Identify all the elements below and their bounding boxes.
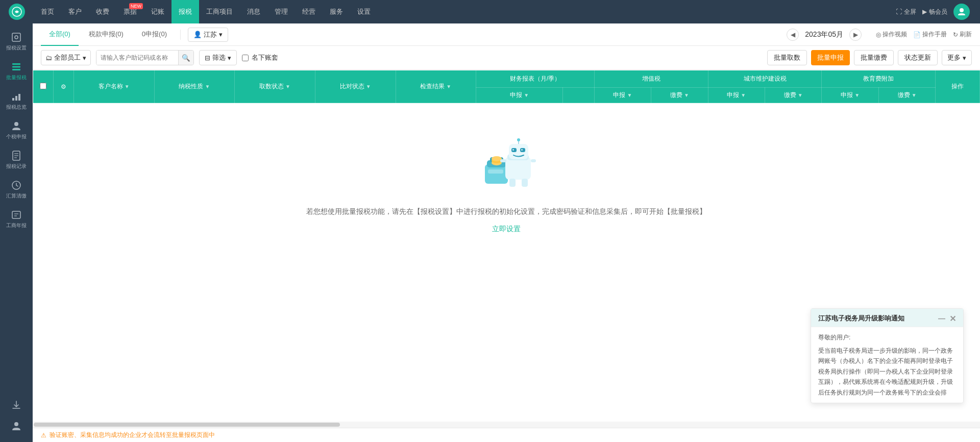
- state-update-button[interactable]: 状态更新: [898, 50, 938, 65]
- annual-report-icon: [11, 209, 22, 220]
- nav-home[interactable]: 首页: [34, 0, 61, 23]
- sidebar-item-personal-tax[interactable]: 个税申报: [1, 116, 32, 144]
- sort-icon: ▼: [366, 84, 371, 89]
- svg-point-26: [492, 156, 502, 161]
- nav-fee[interactable]: 收费: [89, 0, 116, 23]
- month-nav: ◀ 2023年05月 ▶: [787, 29, 862, 41]
- member-button[interactable]: ▶ 畅会员: [922, 8, 947, 16]
- nav-right: ⛶ 全屏 ▶ 畅会员: [896, 4, 970, 20]
- notification-header: 江苏电子税务局升级影响通知 — ✕: [811, 309, 963, 327]
- more-chevron-icon: ▾: [963, 54, 966, 62]
- notification-title: 江苏电子税务局升级影响通知: [818, 314, 904, 323]
- nav-client[interactable]: 客户: [61, 0, 89, 23]
- nav-manage[interactable]: 管理: [267, 0, 295, 23]
- filter-chevron-icon: ▾: [228, 54, 231, 62]
- tab-tax-declare[interactable]: 税款申报(0): [81, 23, 132, 46]
- sort-icon: ▼: [912, 92, 917, 98]
- sidebar-download[interactable]: [1, 395, 32, 414]
- tab-zero-declare[interactable]: 0申报(0): [134, 23, 175, 46]
- logo[interactable]: [5, 0, 29, 23]
- sidebar-item-tax-settings[interactable]: 报税设置: [1, 28, 32, 55]
- sort-icon: ▼: [446, 84, 451, 89]
- fullscreen-button[interactable]: ⛶ 全屏: [896, 8, 916, 16]
- region-selector[interactable]: 👤 江苏 ▾: [188, 28, 228, 42]
- select-all-checkbox[interactable]: [40, 83, 46, 89]
- svg-rect-9: [18, 94, 20, 101]
- account-checkbox-label[interactable]: 名下账套: [242, 53, 278, 62]
- col-check-result: 检查结果▼: [396, 70, 476, 103]
- nav-bookkeeping[interactable]: 记账: [144, 0, 172, 23]
- sidebar-user[interactable]: [1, 416, 32, 436]
- fullscreen-icon: ⛶: [896, 8, 902, 15]
- batch-fetch-button[interactable]: 批量取数: [767, 50, 807, 65]
- svg-point-1: [960, 8, 964, 12]
- col-checkbox: [33, 70, 54, 103]
- svg-point-3: [15, 36, 18, 39]
- batch-declare-button[interactable]: 批量申报: [811, 50, 850, 65]
- col-urban-pay: 缴费▼: [765, 88, 822, 103]
- svg-rect-7: [12, 98, 14, 101]
- svg-rect-40: [522, 179, 528, 187]
- col-compare-status: 比对状态▼: [315, 70, 396, 103]
- sidebar-item-annual-report[interactable]: 工商年报: [1, 205, 32, 233]
- operation-video-button[interactable]: ◎ 操作视频: [876, 30, 907, 39]
- tabs-right: ◎ 操作视频 📄 操作手册 ↻ 刷新: [876, 30, 972, 39]
- filter-button[interactable]: ⊟ 筛选 ▾: [199, 50, 237, 65]
- sort-icon: ▼: [125, 84, 130, 89]
- chevron-down-icon: ▾: [83, 54, 86, 62]
- setup-link[interactable]: 立即设置: [492, 225, 521, 234]
- nav-tax[interactable]: 报税: [172, 0, 199, 23]
- notification-close[interactable]: ✕: [949, 314, 956, 324]
- col-education-surcharge: 教育费附加: [822, 70, 936, 88]
- svg-rect-16: [12, 211, 20, 218]
- svg-point-36: [517, 138, 520, 141]
- more-button[interactable]: 更多 ▾: [942, 50, 972, 65]
- search-input[interactable]: [96, 50, 178, 65]
- operation-manual-button[interactable]: 📄 操作手册: [913, 30, 947, 39]
- account-checkbox[interactable]: [242, 55, 249, 61]
- notification-minimize[interactable]: —: [938, 314, 945, 323]
- horizontal-scrollbar[interactable]: [33, 422, 980, 428]
- tax-records-icon: [11, 150, 22, 161]
- svg-rect-34: [521, 149, 523, 151]
- employee-select[interactable]: 🗂 全部员工 ▾: [41, 50, 91, 65]
- svg-rect-6: [12, 69, 20, 70]
- tab-all[interactable]: 全部(0): [41, 23, 79, 46]
- sidebar-item-batch-tax[interactable]: 批量报税: [1, 57, 32, 85]
- nav-operation[interactable]: 经营: [295, 0, 323, 23]
- notification-popup: 江苏电子税务局升级影响通知 — ✕ 尊敬的用户: 受当前电子税务局进一步升级的影…: [811, 308, 964, 403]
- sidebar-item-annual-settlement[interactable]: 汇算清缴: [1, 176, 32, 203]
- refresh-button[interactable]: ↻ 刷新: [953, 30, 972, 39]
- col-financial-report: 财务报表（月/季）: [476, 70, 595, 88]
- nav-business[interactable]: 工商项目: [199, 0, 240, 23]
- sort-icon: ▼: [741, 92, 746, 98]
- member-icon: ▶: [922, 8, 927, 15]
- empty-text: 若您想使用批量报税功能，请先在【报税设置】中进行报税的初始化设置，完成密码验证和…: [306, 207, 706, 216]
- sidebar-item-tax-overview[interactable]: 报税总览: [1, 87, 32, 114]
- table-header-row-1: ⚙ 客户名称▼ 纳税性质▼ 取数状态▼ 比对状态▼: [33, 70, 980, 88]
- bottom-status: ⚠ 验证账密、采集信息均成功的企业才会流转至批量报税页面中: [33, 428, 980, 442]
- nav-invoice[interactable]: 票据 NEW: [116, 0, 144, 23]
- col-gear: ⚙: [54, 70, 74, 103]
- svg-point-10: [14, 122, 18, 126]
- logo-icon: [9, 4, 25, 20]
- nav-message[interactable]: 消息: [240, 0, 267, 23]
- scrollbar-thumb[interactable]: [34, 423, 340, 427]
- toolbar-right: 批量取数 批量申报 批量缴费 状态更新 更多 ▾: [767, 50, 972, 65]
- empty-state-row: 若您想使用批量报税功能，请先在【报税设置】中进行报税的初始化设置，完成密码验证和…: [33, 103, 980, 265]
- empty-state: 若您想使用批量报税功能，请先在【报税设置】中进行报税的初始化设置，完成密码验证和…: [33, 103, 980, 264]
- col-edu-declare: 申报▼: [822, 88, 878, 103]
- user-avatar[interactable]: [953, 4, 970, 20]
- nav-setting[interactable]: 设置: [350, 0, 378, 23]
- employee-icon: 🗂: [45, 54, 52, 62]
- toolbar: 🗂 全部员工 ▾ 🔍 ⊟ 筛选 ▾ 名下账套 批量取数 批量申报: [33, 46, 980, 70]
- nav-service[interactable]: 服务: [323, 0, 350, 23]
- search-button[interactable]: 🔍: [178, 50, 193, 65]
- gear-icon[interactable]: ⚙: [61, 83, 66, 90]
- sidebar-item-tax-records[interactable]: 报税记录: [1, 146, 32, 174]
- sidebar-bottom: [1, 395, 32, 442]
- prev-month-button[interactable]: ◀: [787, 29, 799, 41]
- next-month-button[interactable]: ▶: [849, 29, 862, 41]
- batch-pay-button[interactable]: 批量缴费: [854, 50, 894, 65]
- svg-rect-8: [15, 96, 17, 101]
